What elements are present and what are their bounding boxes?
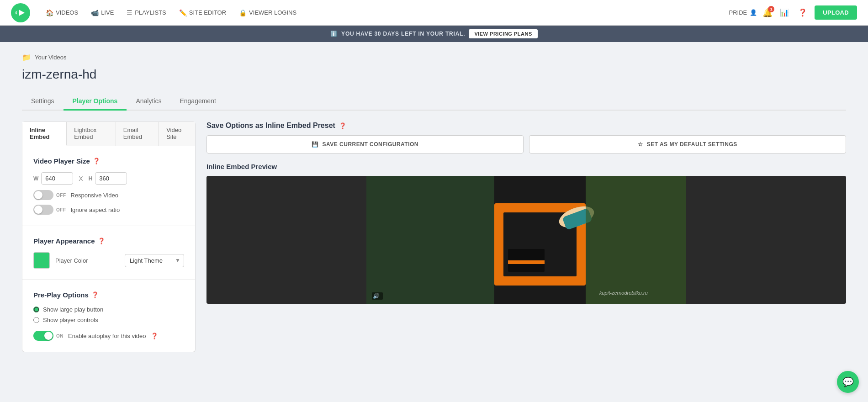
- main-layout: Inline Embed Lightbox Embed Email Embed …: [22, 122, 846, 352]
- width-input[interactable]: [41, 172, 73, 185]
- autoplay-knob: [44, 332, 53, 340]
- radio-player-controls-input[interactable]: [33, 317, 39, 323]
- height-input-group: H: [89, 172, 127, 185]
- aspect-ratio-toggle[interactable]: OFF: [33, 205, 66, 215]
- autoplay-toggle[interactable]: ON: [33, 331, 64, 341]
- view-pricing-plans-button[interactable]: VIEW PRICING PLANS: [469, 29, 537, 38]
- folder-icon: 📁: [22, 53, 31, 62]
- autoplay-switch[interactable]: [33, 331, 53, 341]
- pre-play-title: Pre-Play Options ❓: [33, 291, 184, 299]
- edit-icon: ✏️: [179, 9, 187, 16]
- radio-group: Show large play button Show player contr…: [33, 306, 184, 323]
- save-title: Save Options as Inline Embed Preset ❓: [206, 122, 846, 130]
- video-preview: kupit-zernodrobilku.ru 🔊: [206, 176, 846, 304]
- responsive-toggle[interactable]: OFF: [33, 190, 66, 200]
- radio-large-play[interactable]: Show large play button: [33, 306, 184, 313]
- page-content: 📁 Your Videos izm-zerna-hd Settings Play…: [0, 42, 868, 363]
- preview-title: Inline Embed Preview: [206, 163, 846, 170]
- preplay-help-icon[interactable]: ❓: [91, 291, 99, 298]
- tab-settings[interactable]: Settings: [22, 93, 64, 111]
- aspect-ratio-switch[interactable]: [33, 205, 53, 215]
- aspect-ratio-knob: [34, 206, 42, 214]
- responsive-toggle-row: OFF Responsive Video: [33, 190, 184, 200]
- size-inputs-row: W X H: [33, 172, 184, 185]
- nav-playlists[interactable]: ☰ PLAYLISTS: [122, 6, 170, 19]
- theme-select-wrapper: Light Theme Dark Theme ▼: [125, 254, 184, 267]
- left-panel: Inline Embed Lightbox Embed Email Embed …: [22, 122, 196, 352]
- theme-select[interactable]: Light Theme Dark Theme: [125, 254, 184, 267]
- embed-tab-lightbox[interactable]: Lightbox Embed: [67, 122, 116, 146]
- responsive-knob: [34, 191, 42, 199]
- nav-videos[interactable]: 🏠 VIDEOS: [41, 6, 83, 19]
- player-appearance-title: Player Appearance ❓: [33, 237, 184, 245]
- help-icon[interactable]: ❓: [796, 6, 809, 19]
- save-current-config-button[interactable]: 💾 SAVE CURRENT CONFIGURATION: [206, 135, 524, 153]
- height-input[interactable]: [95, 172, 127, 185]
- tabs: Settings Player Options Analytics Engage…: [22, 93, 846, 111]
- autoplay-help-icon[interactable]: ❓: [151, 333, 158, 339]
- nav-site-editor[interactable]: ✏️ SITE EDITOR: [175, 6, 231, 19]
- tab-player-options[interactable]: Player Options: [64, 93, 127, 111]
- save-buttons: 💾 SAVE CURRENT CONFIGURATION ☆ SET AS MY…: [206, 135, 846, 153]
- svg-rect-8: [366, 176, 494, 304]
- width-input-group: W: [33, 172, 73, 185]
- save-help-icon[interactable]: ❓: [339, 122, 346, 129]
- video-player-size-title: Video Player Size ❓: [33, 157, 184, 165]
- navbar: 🏠 VIDEOS 📹 LIVE ☰ PLAYLISTS ✏️ SITE EDIT…: [0, 0, 868, 26]
- notifications-button[interactable]: 🔔 1: [762, 8, 773, 18]
- info-icon: ℹ️: [330, 31, 338, 37]
- user-icon: 👤: [750, 9, 757, 16]
- size-divider: X: [79, 175, 83, 182]
- embed-tab-email[interactable]: Email Embed: [116, 122, 159, 146]
- responsive-switch[interactable]: [33, 190, 53, 200]
- upload-button[interactable]: UPLOAD: [815, 5, 857, 20]
- pre-play-options-section: Pre-Play Options ❓ Show large play butto…: [22, 280, 196, 352]
- pride-button[interactable]: PRIDE 👤: [729, 9, 757, 16]
- set-default-button[interactable]: ☆ SET AS MY DEFAULT SETTINGS: [529, 135, 846, 153]
- trial-bar: ℹ️ YOU HAVE 30 DAYS LEFT IN YOUR TRIAL. …: [0, 26, 868, 42]
- right-panel: Save Options as Inline Embed Preset ❓ 💾 …: [206, 122, 846, 352]
- playlist-icon: ☰: [127, 9, 132, 16]
- page-title: izm-zerna-hd: [22, 67, 846, 82]
- player-appearance-section: Player Appearance ❓ Player Color Light T…: [22, 226, 196, 280]
- breadcrumb: 📁 Your Videos: [22, 53, 846, 62]
- color-row: Player Color Light Theme Dark Theme ▼: [33, 252, 184, 269]
- save-icon: 💾: [312, 141, 319, 148]
- analytics-icon[interactable]: 📊: [778, 6, 791, 19]
- nav-viewer-logins[interactable]: 🔒 VIEWER LOGINS: [234, 6, 301, 19]
- star-icon: ☆: [638, 141, 643, 148]
- embed-tabs: Inline Embed Lightbox Embed Email Embed …: [22, 122, 196, 146]
- appearance-help-icon[interactable]: ❓: [98, 238, 105, 244]
- tab-analytics[interactable]: Analytics: [127, 93, 170, 111]
- radio-large-play-input[interactable]: [33, 307, 39, 312]
- tab-engagement[interactable]: Engagement: [170, 93, 225, 111]
- video-player-size-section: Video Player Size ❓ W X H: [22, 146, 196, 226]
- home-icon: 🏠: [46, 9, 53, 16]
- save-section: Save Options as Inline Embed Preset ❓ 💾 …: [206, 122, 846, 153]
- color-swatch[interactable]: [33, 252, 50, 269]
- video-frame-svg: kupit-zernodrobilku.ru 🔊: [206, 176, 846, 304]
- nav-live[interactable]: 📹 LIVE: [86, 6, 118, 19]
- nav-links: 🏠 VIDEOS 📹 LIVE ☰ PLAYLISTS ✏️ SITE EDIT…: [41, 6, 729, 19]
- live-icon: 📹: [91, 9, 99, 16]
- svg-text:kupit-zernodrobilku.ru: kupit-zernodrobilku.ru: [599, 290, 648, 296]
- preview-section: Inline Embed Preview: [206, 163, 846, 304]
- radio-player-controls[interactable]: Show player controls: [33, 317, 184, 323]
- autoplay-row: ON Enable autoplay for this video ❓: [33, 331, 184, 341]
- svg-rect-9: [586, 176, 686, 304]
- embed-tab-inline[interactable]: Inline Embed: [22, 122, 67, 146]
- svg-rect-5: [508, 260, 545, 264]
- logo[interactable]: [11, 3, 30, 22]
- lock-icon: 🔒: [239, 9, 247, 16]
- svg-text:🔊: 🔊: [373, 292, 380, 299]
- embed-tab-video-site[interactable]: Video Site: [159, 122, 195, 146]
- size-help-icon[interactable]: ❓: [93, 158, 100, 164]
- aspect-ratio-toggle-row: OFF Ignore aspect ratio: [33, 205, 184, 215]
- nav-right: PRIDE 👤 🔔 1 📊 ❓ UPLOAD: [729, 5, 857, 20]
